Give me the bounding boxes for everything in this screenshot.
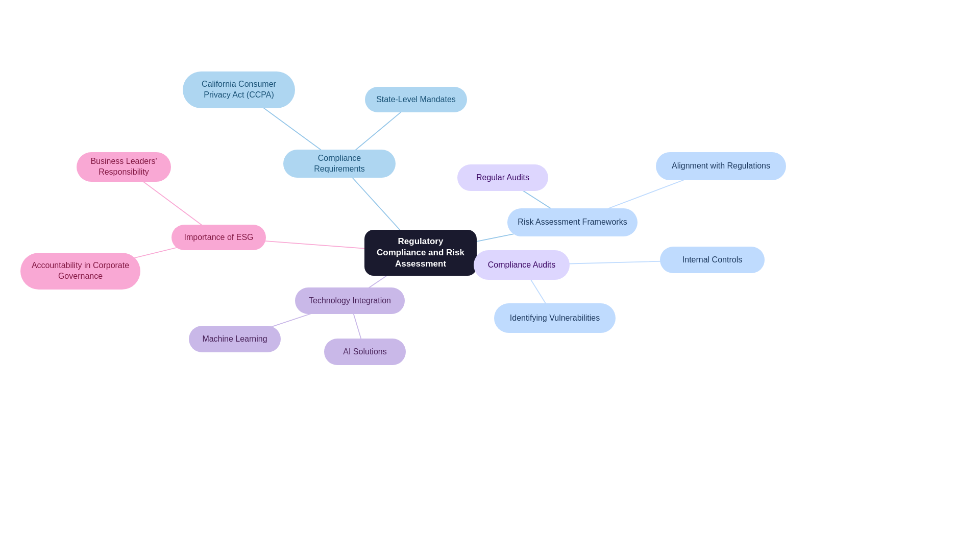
ai-solutions-label: AI Solutions (343, 347, 386, 357)
risk-assessment-node: Risk Assessment Frameworks (507, 208, 638, 236)
center-label: Regulatory Compliance and Risk Assessmen… (375, 236, 467, 270)
ccpa-node: California Consumer Privacy Act (CCPA) (183, 71, 295, 108)
compliance-audits-node: Compliance Audits (474, 250, 570, 280)
ccpa-label: California Consumer Privacy Act (CCPA) (193, 79, 285, 101)
regular-audits-label: Regular Audits (476, 173, 529, 183)
identifying-vulnerabilities-label: Identifying Vulnerabilities (510, 313, 600, 324)
business-leaders-label: Business Leaders' Responsibility (87, 156, 161, 178)
internal-controls-label: Internal Controls (682, 255, 742, 266)
accountability-node: Accountability in Corporate Governance (20, 253, 140, 290)
compliance-requirements-label: Compliance Requirements (293, 153, 385, 175)
technology-integration-label: Technology Integration (309, 296, 391, 306)
compliance-audits-label: Compliance Audits (488, 260, 556, 271)
machine-learning-node: Machine Learning (189, 326, 281, 352)
importance-esg-label: Importance of ESG (184, 232, 253, 243)
importance-esg-node: Importance of ESG (172, 225, 266, 250)
accountability-label: Accountability in Corporate Governance (31, 260, 130, 282)
risk-assessment-label: Risk Assessment Frameworks (518, 217, 627, 228)
internal-controls-node: Internal Controls (660, 247, 765, 273)
state-level-mandates-node: State-Level Mandates (365, 87, 467, 112)
state-level-label: State-Level Mandates (376, 94, 456, 105)
regular-audits-node: Regular Audits (457, 164, 548, 191)
technology-integration-node: Technology Integration (295, 287, 405, 314)
identifying-vulnerabilities-node: Identifying Vulnerabilities (494, 303, 616, 333)
ai-solutions-node: AI Solutions (324, 339, 406, 365)
alignment-label: Alignment with Regulations (672, 161, 770, 172)
center-node: Regulatory Compliance and Risk Assessmen… (364, 230, 477, 276)
business-leaders-node: Business Leaders' Responsibility (77, 152, 171, 182)
alignment-node: Alignment with Regulations (656, 152, 786, 180)
machine-learning-label: Machine Learning (202, 334, 267, 345)
compliance-requirements-node: Compliance Requirements (283, 150, 396, 178)
